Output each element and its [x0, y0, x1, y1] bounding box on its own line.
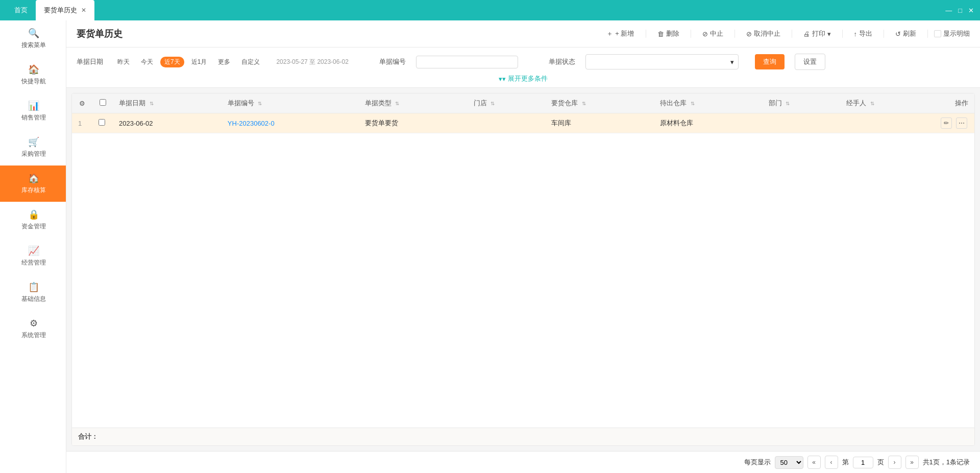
date-btn-yesterday[interactable]: 昨天 [113, 57, 134, 67]
table-wrap: ⚙ 单据日期 ⇅ 单据编号 ⇅ [72, 93, 974, 428]
query-button[interactable]: 查询 [755, 54, 785, 69]
tab-home-label: 首页 [14, 6, 28, 15]
expand-icon: ▾▾ [499, 75, 506, 83]
status-select-arrow: ▾ [730, 58, 734, 66]
th-handler[interactable]: 经手人 ⇅ [840, 93, 934, 113]
row-edit-btn[interactable]: ✏ [941, 117, 952, 129]
refresh-icon: ↺ [895, 30, 901, 38]
date-btn-last7days[interactable]: 近7天 [160, 57, 184, 67]
next-page-btn[interactable]: › [888, 456, 901, 469]
doc-no-filter-label: 单据编号 [379, 57, 406, 66]
status-select[interactable]: ▾ [585, 54, 739, 69]
search-menu-icon: 🔍 [28, 28, 39, 39]
main-layout: 🔍 搜索菜单 🏠 快捷导航 📊 销售管理 🛒 采购管理 🏠 库存核算 🔒 资金管… [0, 20, 980, 473]
page-size-select[interactable]: 50 20 100 200 [775, 456, 803, 469]
tab-requisition-history-label: 要货单历史 [44, 6, 77, 15]
th-doc-no[interactable]: 单据编号 ⇅ [222, 93, 359, 113]
print-icon: 🖨 [803, 30, 810, 38]
total-info: 共1页，1条记录 [923, 458, 970, 467]
th-doc-type[interactable]: 单据类型 ⇅ [359, 93, 468, 113]
sort-doc-no-icon: ⇅ [258, 101, 262, 106]
doc-no-link[interactable]: YH-20230602-0 [228, 120, 275, 127]
th-doc-date[interactable]: 单据日期 ⇅ [113, 93, 222, 113]
basic-info-icon: 📋 [28, 281, 39, 293]
td-pending-warehouse: 原材料仓库 [654, 113, 763, 133]
cancel-suspend-button[interactable]: ⊘ 取消中止 [741, 27, 786, 41]
th-req-warehouse[interactable]: 要货仓库 ⇅ [545, 93, 654, 113]
window-close-btn[interactable]: ✕ [968, 7, 974, 14]
sort-doc-date-icon: ⇅ [150, 101, 154, 106]
system-icon: ⚙ [30, 318, 38, 329]
select-all-checkbox[interactable] [100, 99, 106, 106]
tab-home[interactable]: 首页 [6, 0, 36, 20]
new-button[interactable]: ＋ + 新增 [601, 27, 639, 41]
td-doc-no[interactable]: YH-20230602-0 [222, 113, 359, 133]
content-area: 要货单历史 ＋ + 新增 🗑 删除 ⊘ 中止 ⊘ [66, 20, 980, 473]
divider-7 [927, 30, 928, 38]
divider-5 [842, 30, 843, 38]
sort-req-warehouse-icon: ⇅ [582, 101, 586, 106]
window-actions: — □ ✕ [945, 7, 974, 14]
display-toggle[interactable]: 显示明细 [934, 29, 970, 38]
row-checkbox[interactable] [99, 119, 105, 126]
filter-row-1: 单据日期 昨天 今天 近7天 近1月 更多 [77, 54, 970, 70]
date-range-display: 2023-05-27 至 2023-06-02 [276, 58, 348, 66]
tab-requisition-history[interactable]: 要货单历史 ✕ [36, 0, 94, 20]
divider-2 [691, 30, 691, 38]
sidebar-item-operations-label: 经营管理 [21, 258, 46, 267]
settings-button[interactable]: 设置 [795, 54, 825, 70]
main-table: ⚙ 单据日期 ⇅ 单据编号 ⇅ [72, 93, 974, 133]
prev-page-btn[interactable]: ‹ [825, 456, 838, 469]
date-btn-last1month[interactable]: 近1月 [187, 57, 211, 67]
sidebar-item-operations[interactable]: 📈 经营管理 [0, 238, 66, 274]
td-operations: ✏ ⋯ [934, 113, 974, 133]
table-row: 1 2023-06-02 YH-20230602-0 [72, 113, 974, 133]
th-department[interactable]: 部门 ⇅ [763, 93, 840, 113]
display-checkbox[interactable] [934, 30, 941, 37]
cancel-suspend-icon: ⊘ [746, 30, 752, 38]
th-settings[interactable]: ⚙ [72, 93, 92, 113]
th-checkbox[interactable] [92, 93, 113, 113]
date-btn-more[interactable]: 更多 [214, 57, 234, 67]
sidebar-item-finance[interactable]: 🔒 资金管理 [0, 202, 66, 238]
current-page-input[interactable] [853, 457, 873, 468]
sidebar-item-finance-label: 资金管理 [21, 222, 46, 231]
row-more-btn[interactable]: ⋯ [956, 117, 967, 129]
delete-button[interactable]: 🗑 删除 [652, 27, 684, 41]
footer-total-label: 合计： [78, 432, 98, 441]
sidebar-item-search[interactable]: 🔍 搜索菜单 [0, 20, 66, 57]
th-operations: 操作 [934, 93, 974, 113]
tab-close-icon[interactable]: ✕ [81, 7, 86, 14]
window-minimize-btn[interactable]: — [945, 7, 952, 14]
last-page-btn[interactable]: » [905, 456, 919, 469]
expand-conditions-btn[interactable]: ▾▾ 展开更多条件 [499, 74, 548, 83]
purchase-icon: 🛒 [28, 136, 39, 148]
sidebar-item-shortcuts[interactable]: 🏠 快捷导航 [0, 57, 66, 93]
sidebar-item-search-label: 搜索菜单 [21, 41, 46, 50]
page-label: 第 [842, 458, 849, 467]
print-button[interactable]: 🖨 打印 ▾ [798, 27, 836, 41]
pagination-bar: 每页显示 50 20 100 200 « ‹ 第 页 › » 共1页，1条记录 [66, 451, 980, 473]
sidebar-item-basic-info[interactable]: 📋 基础信息 [0, 274, 66, 311]
th-store[interactable]: 门店 ⇅ [468, 93, 545, 113]
first-page-btn[interactable]: « [807, 456, 821, 469]
sidebar-item-inventory[interactable]: 🏠 库存核算 [0, 165, 66, 202]
date-btn-custom[interactable]: 自定义 [237, 57, 264, 67]
sidebar-item-sales[interactable]: 📊 销售管理 [0, 93, 66, 129]
sidebar-item-sales-label: 销售管理 [21, 113, 46, 122]
divider-6 [884, 30, 884, 38]
th-pending-warehouse[interactable]: 待出仓库 ⇅ [654, 93, 763, 113]
window-maximize-btn[interactable]: □ [958, 7, 962, 14]
refresh-button[interactable]: ↺ 刷新 [890, 27, 921, 41]
sidebar-item-system[interactable]: ⚙ 系统管理 [0, 311, 66, 347]
td-checkbox[interactable] [92, 113, 113, 133]
export-button[interactable]: ↑ 导出 [849, 27, 878, 41]
doc-no-input[interactable] [416, 56, 518, 68]
sales-icon: 📊 [28, 100, 39, 111]
sidebar-item-purchase[interactable]: 🛒 采购管理 [0, 129, 66, 165]
date-filter-label: 单据日期 [77, 57, 103, 66]
suspend-button[interactable]: ⊘ 中止 [697, 27, 728, 41]
sidebar-item-system-label: 系统管理 [21, 331, 46, 340]
td-row-num: 1 [72, 113, 92, 133]
date-btn-today[interactable]: 今天 [137, 57, 157, 67]
